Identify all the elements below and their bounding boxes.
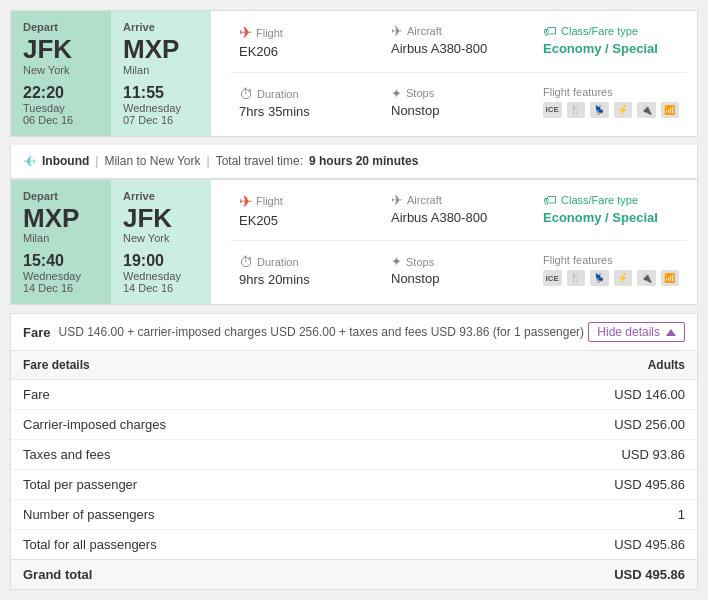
class-block: 🏷 Class/Fare type Economy / Special [535, 19, 687, 60]
fare-table-row: Total per passengerUSD 495.86 [11, 470, 697, 500]
depart-col: Depart JFK New York 22:20 Tuesday 06 Dec… [11, 11, 111, 136]
outbound-flight-card: Depart JFK New York 22:20 Tuesday 06 Dec… [10, 10, 698, 137]
inbound-aircraft-icon: ✈ [391, 192, 403, 208]
inbound-feature-usb-icon: 🔌 [637, 270, 656, 286]
fare-row-value: USD 495.86 [449, 470, 697, 500]
inbound-depart-city: Milan [23, 232, 99, 244]
inbound-depart-col: Depart MXP Milan 15:40 Wednesday 14 Dec … [11, 180, 111, 305]
fare-col1-header: Fare details [11, 351, 449, 380]
fare-table-row: Taxes and feesUSD 93.86 [11, 440, 697, 470]
fare-row-value: USD 93.86 [449, 440, 697, 470]
depart-time: 22:20 [23, 84, 99, 102]
aircraft-label: ✈ Aircraft [391, 23, 527, 39]
inbound-label: Inbound [42, 154, 89, 168]
inbound-duration-block: ⏱ Duration 9hrs 20mins [231, 250, 383, 291]
class-value: Economy / Special [543, 41, 679, 56]
stops-value: Nonstop [391, 103, 527, 118]
clock-icon: ⏱ [239, 86, 253, 102]
plane-icon: ✈ [239, 23, 252, 42]
grand-total-label: Grand total [11, 560, 449, 590]
inbound-features-icons: ICE 🍴 💺 ⚡ 🔌 📶 [543, 270, 679, 286]
fare-row-label: Taxes and fees [11, 440, 449, 470]
travel-time-label: Total travel time: [216, 154, 303, 168]
fare-header-left: Fare USD 146.00 + carrier-imposed charge… [23, 325, 584, 340]
inbound-stops-label: ✦ Stops [391, 254, 527, 269]
fare-row-value: USD 256.00 [449, 410, 697, 440]
hide-details-button[interactable]: Hide details [588, 322, 685, 342]
inbound-feature-meal-icon: 🍴 [567, 270, 586, 286]
inbound-features-block: Flight features ICE 🍴 💺 ⚡ 🔌 📶 [535, 250, 687, 290]
feature-ice-icon: ICE [543, 102, 562, 118]
fare-section: Fare USD 146.00 + carrier-imposed charge… [10, 313, 698, 590]
inbound-flight-number-label: ✈ Flight [239, 192, 375, 211]
fare-summary: USD 146.00 + carrier-imposed charges USD… [58, 325, 584, 339]
inbound-clock-icon: ⏱ [239, 254, 253, 270]
features-block: Flight features ICE 🍴 💺 ⚡ 🔌 📶 [535, 82, 687, 122]
inbound-stops-value: Nonstop [391, 271, 527, 286]
feature-meal-icon: 🍴 [567, 102, 586, 118]
inbound-tag-icon: 🏷 [543, 192, 557, 208]
inbound-arrive-col: Arrive JFK New York 19:00 Wednesday 14 D… [111, 180, 211, 305]
stops-block: ✦ Stops Nonstop [383, 82, 535, 122]
fare-col2-header: Adults [449, 351, 697, 380]
inbound-depart-time: 15:40 [23, 252, 99, 270]
inbound-stops-icon: ✦ [391, 254, 402, 269]
inbound-duration-value: 9hrs 20mins [239, 272, 375, 287]
class-label: 🏷 Class/Fare type [543, 23, 679, 39]
inbound-flight-details-section: ✈ Flight EK205 ✈ Aircraft Airbus A380-80… [221, 180, 697, 305]
inbound-plane-icon: ✈ [239, 192, 252, 211]
inbound-flight-number-value: EK205 [239, 213, 375, 228]
inbound-flight-number-block: ✈ Flight EK205 [231, 188, 383, 232]
inbound-depart-arrive-section: Depart MXP Milan 15:40 Wednesday 14 Dec … [11, 180, 221, 305]
feature-power-icon: ⚡ [614, 102, 633, 118]
inbound-feature-ice-icon: ICE [543, 270, 562, 286]
inbound-aircraft-label: ✈ Aircraft [391, 192, 527, 208]
fare-table: Fare details Adults FareUSD 146.00Carrie… [11, 351, 697, 589]
inbound-arrive-header: Arrive [123, 190, 199, 202]
tag-icon: 🏷 [543, 23, 557, 39]
inbound-depart-header: Depart [23, 190, 99, 202]
fare-row-label: Number of passengers [11, 500, 449, 530]
inbound-stops-block: ✦ Stops Nonstop [383, 250, 535, 290]
travel-time-value: 9 hours 20 minutes [309, 154, 418, 168]
inbound-feature-power-icon: ⚡ [614, 270, 633, 286]
arrive-header: Arrive [123, 21, 199, 33]
duration-label: ⏱ Duration [239, 86, 375, 102]
arrive-day: Wednesday [123, 102, 199, 114]
fare-label: Fare [23, 325, 50, 340]
depart-city: New York [23, 64, 99, 76]
fare-row-label: Total per passenger [11, 470, 449, 500]
fare-table-header-row: Fare details Adults [11, 351, 697, 380]
inbound-class-block: 🏷 Class/Fare type Economy / Special [535, 188, 687, 229]
inbound-feature-seat-icon: 💺 [590, 270, 609, 286]
fare-header: Fare USD 146.00 + carrier-imposed charge… [11, 314, 697, 351]
depart-header: Depart [23, 21, 99, 33]
inbound-depart-date: 14 Dec 16 [23, 282, 99, 294]
inbound-feature-wifi-icon: 📶 [661, 270, 680, 286]
inbound-arrive-time: 19:00 [123, 252, 199, 270]
inbound-depart-day: Wednesday [23, 270, 99, 282]
arrive-col: Arrive MXP Milan 11:55 Wednesday 07 Dec … [111, 11, 211, 136]
feature-usb-icon: 🔌 [637, 102, 656, 118]
inbound-features-label: Flight features [543, 254, 679, 266]
fare-row-label: Total for all passengers [11, 530, 449, 560]
inbound-arrive-day: Wednesday [123, 270, 199, 282]
depart-arrive-section: Depart JFK New York 22:20 Tuesday 06 Dec… [11, 11, 221, 136]
flight-details-section: ✈ Flight EK206 ✈ Aircraft Airbus A380-80… [221, 11, 697, 136]
fare-table-row: Carrier-imposed chargesUSD 256.00 [11, 410, 697, 440]
feature-seat-icon: 💺 [590, 102, 609, 118]
inbound-arrive-date: 14 Dec 16 [123, 282, 199, 294]
fare-row-value: USD 495.86 [449, 530, 697, 560]
arrive-city: Milan [123, 64, 199, 76]
stops-icon: ✦ [391, 86, 402, 101]
grand-total-value: USD 495.86 [449, 560, 697, 590]
fare-table-row: FareUSD 146.00 [11, 380, 697, 410]
features-icons: ICE 🍴 💺 ⚡ 🔌 📶 [543, 102, 679, 118]
arrive-time: 11:55 [123, 84, 199, 102]
aircraft-value: Airbus A380-800 [391, 41, 527, 56]
inbound-class-label: 🏷 Class/Fare type [543, 192, 679, 208]
inbound-aircraft-block: ✈ Aircraft Airbus A380-800 [383, 188, 535, 229]
grand-total-row: Grand total USD 495.86 [11, 560, 697, 590]
inbound-flight-card: Depart MXP Milan 15:40 Wednesday 14 Dec … [10, 179, 698, 306]
inbound-class-value: Economy / Special [543, 210, 679, 225]
